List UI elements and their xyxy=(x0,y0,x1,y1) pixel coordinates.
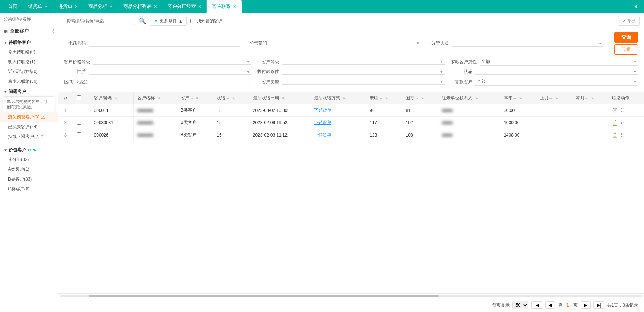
scrollbar-thumb[interactable] xyxy=(89,295,438,297)
row-checkbox-cell[interactable] xyxy=(73,104,90,117)
tab-home[interactable]: 首页 xyxy=(3,0,23,13)
region-more-icon[interactable]: ··· xyxy=(246,79,250,84)
row-checkbox[interactable] xyxy=(77,120,81,125)
tab-close-customer-tier[interactable]: ✕ xyxy=(198,4,201,9)
more-actions-icon[interactable]: ⠿ xyxy=(620,120,624,126)
phone-input[interactable] xyxy=(89,40,240,47)
contact-method-link[interactable]: 下销货单 xyxy=(314,120,331,125)
edit-icon-value[interactable]: ✎ xyxy=(33,148,36,153)
my-customers-checkbox-label[interactable]: 我分管的客户 xyxy=(190,18,223,24)
tab-close-customer-contact[interactable]: ✕ xyxy=(233,4,236,9)
adv-filter-row-3: 性质 ▼ 收付款条件 ▼ 状态 xyxy=(64,69,638,75)
tab-close-product-list[interactable]: ✕ xyxy=(154,4,157,9)
col-unit-contact[interactable]: 往来单位联系人 ⇅ xyxy=(438,92,500,104)
tab-sales-order[interactable]: 销货单 ✕ xyxy=(23,0,53,13)
row-checkbox-cell[interactable] xyxy=(73,117,90,129)
refresh-icon-value[interactable]: ↻ xyxy=(28,148,31,153)
sidebar-group-problem[interactable]: ▼ 问题客户 xyxy=(0,86,58,96)
more-actions-icon[interactable]: ⠿ xyxy=(620,108,624,113)
tab-close-product-analysis[interactable]: ✕ xyxy=(109,4,113,9)
col-this-year[interactable]: 本年... ⇅ xyxy=(500,92,536,104)
col-code[interactable]: 客户编码 ⇅ xyxy=(90,92,133,104)
prev-page-button[interactable]: ◀ xyxy=(545,301,555,309)
adv-btn-group: 查询 设置 xyxy=(614,32,638,55)
col-last-month[interactable]: 上月... ⇅ xyxy=(536,92,572,104)
person-more-icon[interactable]: ··· xyxy=(597,41,601,46)
more-actions-icon[interactable]: ⠿ xyxy=(620,132,624,138)
retail-attr-select[interactable]: 全部 ▼ xyxy=(480,58,638,66)
col-this-month[interactable]: 本月... ⇅ xyxy=(572,92,608,104)
payment-select[interactable]: ▼ xyxy=(282,69,445,75)
tab-customer-tier[interactable]: 客户分层经营 ✕ xyxy=(162,0,207,13)
window-close-button[interactable]: ✕ xyxy=(631,3,641,10)
sidebar-item-b-class[interactable]: B类客户(33) xyxy=(0,174,58,184)
settings-button[interactable]: 设置 xyxy=(614,44,638,55)
search-button-icon[interactable]: 🔍 xyxy=(139,17,146,24)
retail-customer-select[interactable]: 全部 ▼ xyxy=(475,78,638,86)
sidebar-item-ungroup[interactable]: 未分组(32) xyxy=(0,155,58,165)
person-select[interactable]: ··· xyxy=(452,40,603,47)
sidebar-item-declining[interactable]: 持续下滑客户(2) ? xyxy=(0,132,58,142)
tab-close-sales-order[interactable]: ✕ xyxy=(44,4,48,9)
region-select[interactable]: ··· xyxy=(93,78,251,85)
adv-filter-row-4: 区域（地区） ··· 客户类型 ▼ 零款客户 全部 xyxy=(64,78,638,86)
sidebar-item-7days-contact[interactable]: 近7天待联络(0) xyxy=(0,67,58,77)
per-page-select[interactable]: 50 xyxy=(512,301,528,309)
col-last-method[interactable]: 最后联络方式 ⇅ xyxy=(310,92,366,104)
col-type[interactable]: 客户... ⇅ xyxy=(177,92,213,104)
sidebar-item-a-class[interactable]: A类客户(1) xyxy=(0,165,58,174)
row-checkbox[interactable] xyxy=(77,132,81,137)
tab-purchase-order[interactable]: 进货单 ✕ xyxy=(53,0,83,13)
col-checkbox[interactable] xyxy=(73,92,90,104)
gender-select[interactable]: ▼ xyxy=(89,69,251,75)
contact-action-icon[interactable]: 📋 xyxy=(612,132,618,138)
customer-level-select[interactable]: ▼ xyxy=(282,59,445,65)
search-input[interactable] xyxy=(63,17,135,25)
tab-product-analysis[interactable]: 商品分析 ✕ xyxy=(83,0,118,13)
contact-action-icon[interactable]: 📋 xyxy=(612,108,618,113)
sidebar-item-overdue-contact[interactable]: 逾期未联络(30) xyxy=(0,77,58,86)
tab-customer-contact[interactable]: 客户联系 ✕ xyxy=(207,0,242,13)
sidebar-item-churn-warning[interactable]: 流失预警客户(3) ⚠ xyxy=(0,112,58,122)
tab-close-purchase[interactable]: ✕ xyxy=(75,4,78,9)
col-overdue[interactable]: 逾期... ⇅ xyxy=(402,92,438,104)
contact-method-link[interactable]: 下销货单 xyxy=(314,108,331,113)
row-checkbox-cell[interactable] xyxy=(73,129,90,141)
col-contact-count[interactable]: 联络... ⇅ xyxy=(213,92,249,104)
dept-select[interactable]: ▼ xyxy=(270,41,421,46)
arrow-icon-value: ▼ xyxy=(4,148,7,152)
sidebar-item-churned[interactable]: 已流失客户(24) ? xyxy=(0,122,58,132)
sidebar-group-value[interactable]: ▼ 价值客户 ↻ ✎ xyxy=(0,145,58,155)
sidebar-group-pending[interactable]: ▼ 待联络客户 xyxy=(0,37,58,47)
status-select[interactable]: ▼ xyxy=(475,69,638,75)
sidebar-search-input[interactable] xyxy=(4,16,58,21)
last-page-button[interactable]: ▶| xyxy=(593,301,604,309)
tab-product-analysis-list[interactable]: 商品分析列表 ✕ xyxy=(118,0,162,13)
field-dept: 分管部门 ▼ xyxy=(245,40,421,46)
more-conditions-button[interactable]: ▼ 更多条件 ▲ xyxy=(150,16,187,26)
horizontal-scrollbar[interactable] xyxy=(58,293,644,298)
filter-icon: ▼ xyxy=(154,19,158,24)
first-page-button[interactable]: |◀ xyxy=(531,301,542,309)
col-name[interactable]: 客户名称 ⇅ xyxy=(133,92,177,104)
sidebar-item-c-class[interactable]: C类客户(6) xyxy=(0,184,58,194)
contact-method-link[interactable]: 下销货单 xyxy=(314,132,331,137)
customer-type-select[interactable]: ▼ xyxy=(282,79,445,85)
select-all-checkbox[interactable] xyxy=(77,95,81,100)
query-button[interactable]: 查询 xyxy=(614,32,638,43)
my-customers-checkbox[interactable] xyxy=(190,19,195,23)
export-button[interactable]: ↗ 导出 xyxy=(618,16,640,26)
price-level-select[interactable]: ▼ xyxy=(93,59,251,65)
row-checkbox[interactable] xyxy=(77,108,81,112)
sidebar-item-today-contact[interactable]: 今天待联络(0) xyxy=(0,47,58,57)
field-price-level: 客户价格等级 ▼ xyxy=(64,59,251,65)
contact-action-icon[interactable]: 📋 xyxy=(612,120,618,126)
row-contact-count-cell: 15 xyxy=(213,117,249,129)
sidebar-all-customers-header[interactable]: ⊞ 全部客户 《 xyxy=(0,25,58,37)
sidebar-item-tomorrow-contact[interactable]: 明天待联络(1) xyxy=(0,57,58,67)
row-unlisted-cell: 117 xyxy=(366,117,402,129)
col-unlisted[interactable]: 未联... ⇅ xyxy=(366,92,402,104)
next-page-button[interactable]: ▶ xyxy=(581,301,591,309)
col-settings[interactable]: ⚙ xyxy=(58,92,73,104)
col-last-date[interactable]: 最后联络日期 ⇅ xyxy=(249,92,310,104)
